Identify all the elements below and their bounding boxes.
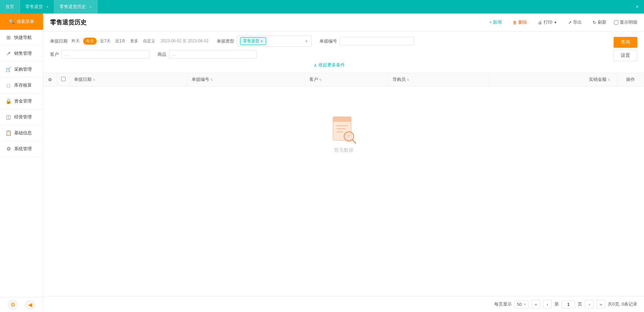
table-header-row: ⚙ 单据日期 ⇅ (43, 73, 644, 86)
svg-line-7 (352, 140, 356, 143)
refresh-button[interactable]: ↻ 刷新 (589, 18, 610, 27)
sidebar-item-purchase-mgmt-label: 采购管理 (14, 66, 32, 72)
sidebar-item-sales-mgmt[interactable]: ↗ 销售管理 (0, 46, 43, 62)
date-shortcut-custom[interactable]: 自定义 (142, 38, 157, 45)
tab-retail-return-history[interactable]: 零售退货历史 × (54, 0, 97, 14)
empty-illustration (327, 113, 361, 147)
show-detail-label: 显示明细 (620, 19, 637, 25)
data-table: ⚙ 单据日期 ⇅ (43, 73, 644, 180)
show-detail-checkbox[interactable] (614, 20, 618, 25)
pagination-bar: 每页显示 50 ▼ « ‹ 第 页 › » 共0页, 0条记录 (43, 296, 644, 312)
sort-customer-icon: ⇅ (319, 78, 322, 82)
total-label: 共0页, 0条记录 (608, 301, 637, 307)
date-shortcut-today[interactable]: 今天 (83, 38, 97, 45)
next-page-btn[interactable]: › (585, 300, 594, 309)
collapse-filter-btn[interactable]: ∧ 收起更多条件 (314, 62, 345, 68)
table-container: ⚙ 单据日期 ⇅ (43, 73, 644, 296)
tab-retail-return[interactable]: 零售退货 × (20, 0, 54, 14)
page-number-input[interactable] (562, 300, 575, 308)
collapse-up-icon: ∧ (314, 63, 317, 68)
search-icon: 🔍 (9, 19, 15, 24)
export-button[interactable]: ↗ 导出 (565, 18, 585, 27)
sidebar-item-basic-info-label: 基础信息 (14, 130, 32, 136)
th-doc-date[interactable]: 单据日期 ⇅ (70, 73, 187, 86)
query-button[interactable]: 查询 (614, 37, 637, 48)
window-close-btn[interactable]: ✕ (635, 4, 640, 9)
sidebar-item-finance[interactable]: 🔒 资金管理 (0, 93, 43, 109)
filter-settings-button[interactable]: 设置 (614, 50, 637, 61)
table-settings-icon[interactable]: ⚙ (48, 77, 52, 82)
th-customer[interactable]: 客户 ⇅ (305, 73, 388, 86)
svg-rect-4 (336, 131, 343, 132)
sort-guide-icon: ⇅ (407, 78, 409, 82)
menu-icon: ◀ (28, 302, 32, 308)
doc-type-select[interactable]: 零售退货 × ▼ (237, 36, 311, 47)
empty-state: 暂无数据 (43, 86, 644, 180)
tab-home[interactable]: 首页 (0, 0, 20, 14)
goods-select[interactable]: ... (169, 50, 257, 59)
date-shortcut-7days[interactable]: 近7天 (99, 38, 112, 45)
doc-type-tag-remove[interactable]: × (261, 39, 263, 44)
th-amount[interactable]: 实销金额 ⇅ (488, 73, 617, 86)
delete-button[interactable]: 🗑 删除 (509, 18, 530, 27)
customer-select[interactable]: ... (62, 50, 149, 59)
th-settings[interactable]: ⚙ (43, 73, 57, 86)
customer-label: 客户 (50, 51, 59, 58)
date-range-value: 2023-06-02 至 2023-06-02 (161, 38, 208, 44)
th-actions-label: 操作 (626, 77, 635, 82)
empty-text: 暂无数据 (334, 147, 353, 153)
header-actions: + 新增 🗑 删除 🖨 打印 ▼ ↗ 导出 ↻ (486, 18, 637, 27)
finance-icon: 🔒 (5, 98, 11, 104)
date-shortcut-1month[interactable]: 近1月 (114, 38, 127, 45)
sidebar-item-quick-nav[interactable]: ⊞ 快捷导航 (0, 30, 43, 46)
filter-customer: 客户 ... (50, 50, 149, 59)
sales-mgmt-icon: ↗ (5, 50, 11, 57)
date-shortcut-yesterday[interactable]: 昨天 (70, 38, 81, 45)
sidebar-menu-btn[interactable]: ◀ (25, 299, 35, 310)
empty-row: 暂无数据 (43, 86, 644, 181)
svg-point-6 (346, 133, 352, 139)
th-checkbox[interactable] (57, 73, 70, 86)
th-customer-label: 客户 (309, 76, 318, 83)
print-button[interactable]: 🖨 打印 ▼ (534, 18, 560, 27)
th-doc-no[interactable]: 单据编号 ⇅ (187, 73, 305, 86)
page-size-select[interactable]: 50 ▼ (515, 300, 529, 308)
export-icon: ↗ (568, 20, 572, 25)
sidebar-search-label: 搜索菜单 (17, 19, 34, 25)
add-button[interactable]: + 新增 (486, 18, 505, 27)
filter-row-2: 客户 ... 商品 ... (50, 50, 608, 59)
empty-cell: 暂无数据 (43, 86, 644, 181)
window-controls: ✕ (635, 4, 644, 9)
first-page-btn[interactable]: « (531, 300, 540, 309)
prev-page-btn[interactable]: ‹ (543, 300, 552, 309)
operations-icon: ◫ (5, 114, 11, 120)
sidebar-item-basic-info[interactable]: 📋 基础信息 (0, 125, 43, 141)
show-detail-checkbox-label[interactable]: 显示明细 (614, 19, 637, 25)
doc-no-input[interactable] (340, 37, 414, 45)
tab-retail-return-history-close[interactable]: × (89, 5, 91, 9)
sidebar-item-inventory[interactable]: □ 库存核算 (0, 77, 43, 93)
sidebar-item-purchase-mgmt[interactable]: 🛒 采购管理 (0, 62, 43, 77)
sidebar-item-system[interactable]: ⚙ 系统管理 (0, 141, 43, 157)
th-guide[interactable]: 导购员 ⇅ (388, 73, 488, 86)
sidebar-settings-btn[interactable]: ⚙ (7, 299, 18, 310)
filter-area: 单据日期 昨天 今天 近7天 近1月 更多 自定义 2023-06-02 至 2… (43, 31, 644, 73)
delete-icon: 🗑 (512, 20, 517, 25)
last-page-btn[interactable]: » (596, 300, 605, 309)
doc-type-tag-value: 零售退货 (243, 38, 259, 44)
page-size-label: 每页显示 (494, 301, 512, 307)
date-shortcut-more[interactable]: 更多 (129, 38, 140, 45)
print-icon: 🖨 (538, 20, 542, 25)
sidebar-item-inventory-label: 库存核算 (14, 82, 32, 88)
refresh-icon: ↻ (593, 20, 596, 25)
sidebar-footer: ⚙ ◀ (0, 297, 43, 312)
page-header: 零售退货历史 + 新增 🗑 删除 🖨 打印 ▼ ↗ 导出 (43, 14, 644, 31)
tab-retail-return-close[interactable]: × (46, 5, 48, 9)
filter-goods: 商品 ... (158, 50, 257, 59)
th-guide-label: 导购员 (392, 76, 406, 83)
svg-rect-1 (333, 117, 351, 122)
sidebar-search[interactable]: 🔍 搜索菜单 (0, 14, 43, 30)
filter-date: 单据日期 昨天 今天 近7天 近1月 更多 自定义 2023-06-02 至 2… (50, 38, 209, 45)
select-all-checkbox[interactable] (61, 77, 66, 81)
sidebar-item-operations[interactable]: ◫ 经营管理 (0, 109, 43, 125)
